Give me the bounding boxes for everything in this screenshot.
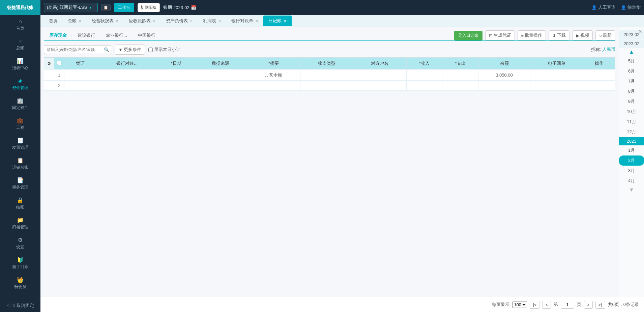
calendar-icon[interactable]: 📅	[191, 5, 196, 10]
sidebar-item-invoice[interactable]: 🧾 发票管理	[0, 134, 40, 154]
total-info: 共0页，0条记录	[608, 302, 639, 308]
pin-toggle[interactable]: ◁◁ 取消固定	[0, 299, 40, 312]
sidebar-item-ledger[interactable]: ≡ 总账	[0, 35, 40, 54]
service-icon: 👤	[591, 5, 597, 10]
tab-assets[interactable]: 资产负债表 ✕	[161, 16, 198, 26]
row1-payment-type	[300, 69, 353, 81]
row2-checkbox[interactable]: 2	[54, 81, 64, 91]
service-link[interactable]: 👤 人工客询	[591, 4, 616, 10]
month-item-2-active[interactable]: 2月	[619, 155, 644, 166]
video-button[interactable]: ▶ 视频	[572, 30, 593, 40]
month-item-8[interactable]: 8月	[619, 86, 644, 96]
prev-page-button[interactable]: <	[542, 301, 551, 309]
tab-bank-close[interactable]: ✕	[255, 19, 258, 23]
last-page-button[interactable]: >|	[595, 301, 605, 309]
first-page-button[interactable]: |<	[530, 301, 539, 309]
sidebar-item-reports[interactable]: 📊 报表中心	[0, 54, 40, 74]
row2-expense	[442, 81, 478, 91]
col-expense: *支出	[442, 58, 478, 69]
side-panel-close-button[interactable]: ✕	[638, 29, 642, 34]
tab-receivable-close[interactable]: ✕	[153, 19, 156, 23]
sidebar-item-member[interactable]: 👑 畅会员	[0, 273, 40, 293]
month-item-1[interactable]: 1月	[619, 145, 644, 155]
current-year-block[interactable]: 2023	[619, 137, 644, 145]
sub-tab-agriculture[interactable]: 农业银行...	[100, 30, 133, 40]
tab-operation-close[interactable]: ✕	[116, 19, 119, 23]
batch-operation-button[interactable]: ≡ 批量操作	[518, 30, 546, 40]
sidebar-item-salary[interactable]: 💼 工资	[0, 114, 40, 134]
sidebar-item-tax[interactable]: 📑 税务管理	[0, 174, 40, 194]
more-filter-button[interactable]: ▼ 更多条件	[115, 45, 145, 55]
row1-action[interactable]	[583, 69, 615, 81]
month-item-11[interactable]: 11月	[619, 117, 644, 127]
sub-tab-construction[interactable]: 建设银行	[72, 30, 100, 40]
salary-icon: 💼	[17, 117, 24, 124]
page-input[interactable]	[561, 301, 574, 309]
next-page-button[interactable]: >	[584, 301, 593, 309]
tab-profit-close[interactable]: ✕	[218, 19, 221, 23]
generate-voucher-button[interactable]: ⊡ 生成凭证	[485, 30, 515, 40]
copy-button[interactable]: 📋	[101, 4, 111, 11]
pin-icon: ◁◁	[6, 303, 17, 308]
import-diary-button[interactable]: 导入日记账	[454, 31, 482, 40]
table-settings-icon[interactable]: ⚙	[47, 61, 51, 66]
sidebar-item-close[interactable]: 🔒 结账	[0, 194, 40, 214]
sub-tabs-bar: 库存现金 建设银行 农业银行... 中国银行 导入日记账 ⊡ 生成凭证	[44, 30, 615, 41]
user-info[interactable]: 👤 徐道华	[621, 4, 641, 10]
per-page-label: 每页显示	[492, 302, 509, 308]
sidebar-item-finance[interactable]: ◈ 资金管理	[0, 74, 40, 94]
refresh-button[interactable]: ○ 刷新	[595, 30, 615, 40]
col-data-source: 数据来源	[194, 58, 247, 69]
month-item-7[interactable]: 7月	[619, 76, 644, 86]
tab-diary-close[interactable]: ✕	[284, 19, 287, 23]
guide-icon: 🔰	[17, 257, 24, 263]
sidebar-item-guide[interactable]: 🔰 新手引导	[0, 253, 40, 273]
select-all-checkbox[interactable]	[57, 61, 61, 65]
invoice-icon: 🧾	[17, 137, 24, 144]
back-to-old-button[interactable]: 切到旧版	[138, 3, 160, 12]
sub-tab-china[interactable]: 中国银行	[133, 30, 161, 40]
month-item-12[interactable]: 12月	[619, 127, 644, 137]
workbench-button[interactable]: 工作台	[114, 3, 134, 12]
tab-diary[interactable]: 日记账 ✕	[263, 16, 292, 26]
show-today-label[interactable]: 显示本日小计	[148, 47, 180, 53]
tab-assets-close[interactable]: ✕	[190, 19, 193, 23]
col-voucher: 凭证	[64, 58, 96, 69]
tab-ledger-close[interactable]: ✕	[79, 19, 82, 23]
tab-home[interactable]: 首页	[44, 16, 63, 26]
month-item-6[interactable]: 6月	[619, 66, 644, 76]
month-item-10[interactable]: 10月	[619, 107, 644, 117]
sidebar-item-settings[interactable]: ⚙ 设置	[0, 233, 40, 253]
year-block-2023-02-second[interactable]: 2023.02	[619, 39, 644, 48]
tab-bank[interactable]: 银行对账单 ✕	[226, 16, 263, 26]
tab-profit[interactable]: 利润表 ✕	[198, 16, 226, 26]
month-item-3[interactable]: 3月	[619, 166, 644, 176]
tab-operation[interactable]: 经营状况表 ✕	[87, 16, 124, 26]
month-item-9[interactable]: 9月	[619, 96, 644, 107]
page-label: 第	[554, 302, 558, 308]
sidebar-item-assets[interactable]: 🏢 固定资产	[0, 94, 40, 114]
row1-checkbox[interactable]: 1	[54, 69, 64, 81]
scroll-down-button[interactable]: ▼	[619, 186, 644, 194]
download-button[interactable]: ⬇ 下载	[549, 30, 569, 40]
show-today-checkbox[interactable]	[148, 48, 153, 52]
sidebar-item-purchase[interactable]: 📋 进销台账	[0, 154, 40, 174]
sidebar-item-home[interactable]: ⌂ 首页	[0, 15, 40, 35]
search-input[interactable]	[44, 45, 111, 54]
month-item-4[interactable]: 4月	[619, 176, 644, 186]
row2-action[interactable]	[583, 81, 615, 91]
scroll-up-button[interactable]: ▲	[619, 48, 644, 56]
per-page-select[interactable]: 100	[512, 302, 527, 308]
data-table: ⚙ 凭证 银行对账... *日期 数据来源 *摘要 收支类型 对方户名 *收入	[44, 57, 615, 91]
tab-ledger[interactable]: 总账 ✕	[63, 16, 87, 26]
currency-selector[interactable]: 人民币	[602, 47, 615, 52]
company-selector[interactable]: (勿易) 江西超宝-LSS ▼	[44, 3, 98, 12]
tab-receivable[interactable]: 应收账龄表 ✕	[124, 16, 161, 26]
search-icon[interactable]: 🔍	[104, 47, 109, 52]
month-item-5[interactable]: 5月	[619, 56, 644, 66]
col-settings[interactable]: ⚙	[44, 58, 54, 69]
archive-icon: 📁	[17, 217, 24, 223]
sub-tab-cash[interactable]: 库存现金	[44, 30, 72, 41]
sidebar-item-archive[interactable]: 📁 归档管理	[0, 214, 40, 233]
col-checkbox[interactable]	[54, 58, 64, 69]
